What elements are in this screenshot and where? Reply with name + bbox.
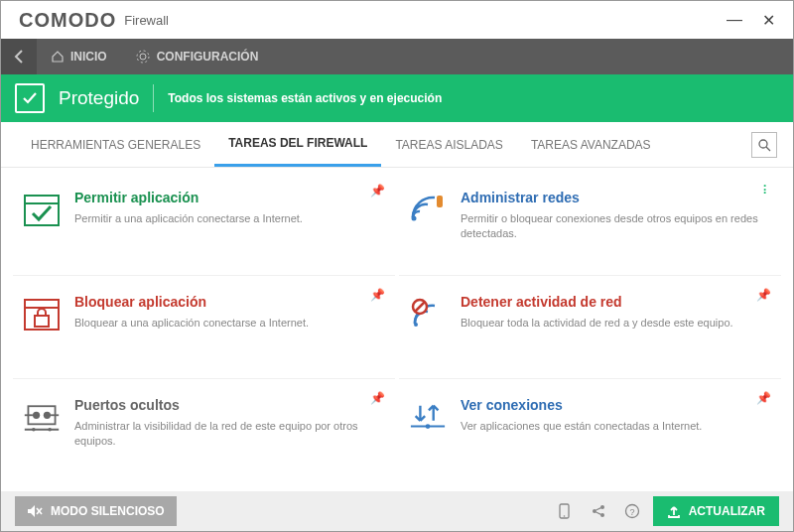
pin-icon[interactable]: 📌 (370, 391, 385, 405)
status-bar: Protegido Todos los sistemas están activ… (1, 74, 793, 122)
ports-icon (23, 399, 61, 437)
card-desc: Permitir o bloquear conexiones desde otr… (461, 211, 771, 241)
block-app-icon (23, 296, 61, 333)
svg-rect-10 (35, 316, 49, 327)
pin-icon[interactable]: 📌 (370, 184, 385, 198)
status-message: Todos los sistemas están activos y en ej… (168, 91, 442, 105)
svg-point-1 (137, 51, 149, 63)
task-grid: 📌 Permitir aplicación Permitir a una apl… (1, 168, 793, 491)
svg-point-0 (140, 54, 146, 60)
svg-point-27 (564, 515, 566, 517)
update-button[interactable]: ACTUALIZAR (653, 496, 779, 526)
svg-point-11 (414, 323, 418, 327)
home-icon (51, 50, 65, 64)
card-desc: Bloquear toda la actividad de red a y de… (461, 316, 771, 331)
card-title: Permitir aplicación (74, 190, 385, 205)
product-name: Firewall (124, 13, 169, 28)
tab-general[interactable]: HERRAMIENTAS GENERALES (17, 122, 214, 167)
chevron-left-icon (13, 50, 25, 64)
card-title: Bloquear aplicación (74, 294, 385, 310)
svg-point-21 (48, 428, 52, 432)
svg-text:?: ? (629, 507, 634, 517)
card-title: Puertos ocultos (74, 397, 385, 413)
svg-point-20 (32, 428, 36, 432)
card-desc: Ver aplicaciones que están conectadas a … (461, 419, 771, 434)
search-icon (757, 138, 771, 152)
mute-icon (27, 504, 43, 518)
card-desc: Bloquear a una aplicación conectarse a I… (74, 316, 385, 331)
upload-icon (667, 504, 681, 518)
svg-line-3 (766, 147, 770, 151)
nav-home-label: INICIO (70, 50, 107, 64)
pin-icon[interactable]: 📌 (756, 391, 771, 405)
svg-point-6 (412, 216, 417, 221)
svg-point-29 (600, 505, 604, 509)
connections-icon (409, 399, 447, 437)
silent-mode-label: MODO SILENCIOSO (51, 504, 165, 518)
share-icon[interactable] (586, 498, 611, 524)
svg-line-32 (596, 512, 600, 514)
tab-advanced[interactable]: TAREAS AVANZADAS (517, 122, 665, 167)
card-manage-networks[interactable]: ⠇ Administrar redes Permitir o bloquear … (399, 176, 781, 276)
mobile-icon[interactable] (552, 498, 578, 524)
search-button[interactable] (751, 132, 777, 158)
pin-icon[interactable]: 📌 (370, 288, 385, 302)
tabs: HERRAMIENTAS GENERALES TAREAS DEL FIREWA… (1, 122, 793, 168)
svg-point-16 (44, 412, 51, 419)
help-icon[interactable]: ? (619, 498, 645, 524)
nav-home[interactable]: INICIO (37, 39, 121, 74)
stop-network-icon (409, 296, 447, 333)
back-button[interactable] (1, 39, 37, 74)
card-allow-app[interactable]: 📌 Permitir aplicación Permitir a una apl… (13, 176, 395, 276)
pin-icon[interactable]: ⠇ (762, 184, 771, 198)
svg-point-2 (759, 140, 767, 148)
pin-icon[interactable]: 📌 (756, 288, 771, 302)
close-button[interactable]: ✕ (751, 8, 785, 32)
status-title: Protegido (59, 87, 139, 109)
allow-app-icon (23, 192, 61, 229)
shield-check-icon (15, 83, 45, 113)
card-desc: Permitir a una aplicación conectarse a I… (74, 211, 385, 226)
card-view-connections[interactable]: 📌 Ver conexiones Ver aplicaciones que es… (399, 383, 781, 483)
titlebar: COMODO Firewall — ✕ (1, 1, 793, 39)
svg-point-30 (600, 513, 604, 517)
card-title: Detener actividad de red (461, 294, 771, 310)
footer: MODO SILENCIOSO ? ACTUALIZAR (1, 491, 793, 531)
svg-point-15 (33, 412, 40, 419)
tab-isolated[interactable]: TAREAS AISLADAS (381, 122, 517, 167)
card-hidden-ports[interactable]: 📌 Puertos ocultos Administrar la visibil… (13, 383, 395, 483)
gear-icon (135, 49, 151, 65)
nav-settings-label: CONFIGURACIÓN (157, 50, 259, 64)
minimize-button[interactable]: — (718, 8, 751, 32)
svg-point-23 (426, 425, 431, 430)
card-title: Administrar redes (461, 190, 771, 205)
card-stop-network[interactable]: 📌 Detener actividad de red Bloquear toda… (399, 280, 781, 380)
tab-firewall[interactable]: TAREAS DEL FIREWALL (214, 122, 381, 167)
svg-rect-7 (437, 196, 443, 207)
card-block-app[interactable]: 📌 Bloquear aplicación Bloquear a una apl… (13, 280, 395, 380)
status-divider (153, 84, 154, 112)
brand-logo: COMODO (19, 9, 116, 32)
card-title: Ver conexiones (461, 397, 771, 413)
svg-rect-4 (25, 196, 59, 225)
app-window: COMODO Firewall — ✕ INICIO CONFIGURACIÓN… (0, 0, 794, 532)
update-label: ACTUALIZAR (689, 504, 765, 518)
nav-settings[interactable]: CONFIGURACIÓN (121, 39, 273, 74)
wifi-icon (409, 192, 447, 229)
navbar: INICIO CONFIGURACIÓN (1, 39, 793, 74)
card-desc: Administrar la visibilidad de la red de … (74, 419, 385, 449)
silent-mode-button[interactable]: MODO SILENCIOSO (15, 496, 177, 526)
svg-line-31 (596, 508, 600, 510)
